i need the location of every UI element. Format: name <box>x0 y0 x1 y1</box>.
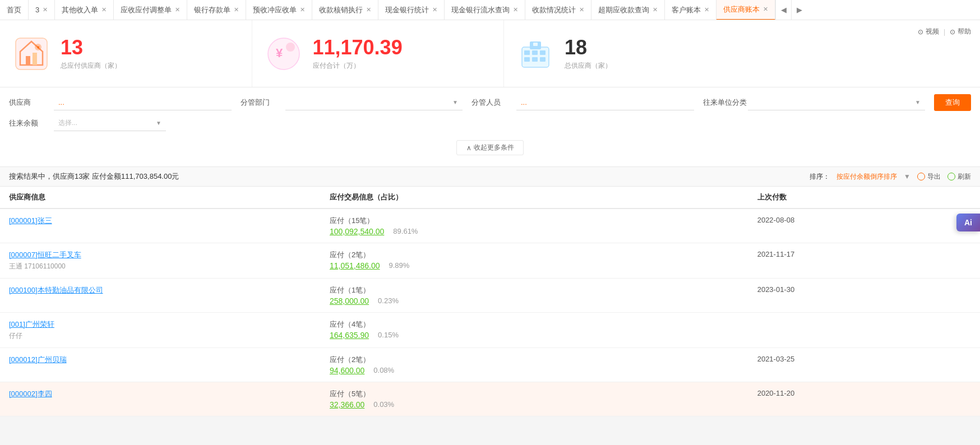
query-button[interactable]: 查询 <box>934 94 971 111</box>
supplier-info-4: [000012]广州贝瑞 <box>9 355 330 365</box>
nav-tab-adjustment-close[interactable]: ✕ <box>175 6 180 13</box>
nav-tab-3-close[interactable]: ✕ <box>43 6 48 13</box>
nav-next-arrow[interactable]: ▶ <box>791 0 807 20</box>
supplier-filter-input[interactable]: ... <box>54 95 232 110</box>
nav-tab-bank-deposit[interactable]: 银行存款单 ✕ <box>187 0 246 20</box>
collapse-button[interactable]: ∧ 收起更多条件 <box>456 140 524 155</box>
refresh-button[interactable]: 刷新 <box>947 172 971 182</box>
supplier-link-5[interactable]: [000002]李四 <box>9 389 330 399</box>
nav-tab-collection-stat-close[interactable]: ✕ <box>579 6 584 13</box>
nav-tab-other-income-close[interactable]: ✕ <box>101 6 107 13</box>
trans-amount-5[interactable]: 32,366.00 <box>330 400 364 409</box>
nav-tab-other-income[interactable]: 其他收入单 ✕ <box>55 0 114 20</box>
person-filter-input[interactable]: ... <box>516 95 694 110</box>
trans-pct-1: 9.89% <box>389 261 410 270</box>
trans-label-0: 应付（15笔） <box>330 216 757 226</box>
table-row[interactable]: [000007]恒旺二手叉车 王通 17106110000 应付（2笔） 11,… <box>0 243 980 279</box>
supplier-link-0[interactable]: [000001]张三 <box>9 216 330 226</box>
supplier-filter-dots: ... <box>58 98 64 106</box>
svg-point-8 <box>286 43 295 52</box>
nav-tab-cash-flow-close[interactable]: ✕ <box>513 6 518 13</box>
help-label[interactable]: 帮助 <box>958 27 971 36</box>
top-nav: 首页 3 ✕ 其他收入单 ✕ 应收应付调整单 ✕ 银行存款单 ✕ 预收冲应收单 … <box>0 0 980 20</box>
nav-tab-3[interactable]: 3 ✕ <box>29 0 55 20</box>
table-row[interactable]: [000100]本特勤油品有限公司 应付（1笔） 258,000.00 0.23… <box>0 279 980 313</box>
video-label[interactable]: 视频 <box>926 27 939 36</box>
last-pay-2: 2023-01-30 <box>757 285 971 294</box>
supplier-sub-3: 仔仔 <box>9 331 330 341</box>
supplier-sub-1: 王通 17106110000 <box>9 262 330 271</box>
nav-tab-overdue-close[interactable]: ✕ <box>653 6 658 13</box>
filter-row-1: 供应商 ... 分管部门 ▼ 分管人员 ... 往来单位分类 <box>9 94 971 111</box>
table-row[interactable]: [000002]李四 应付（5笔） 32,366.00 0.03% 2020-1… <box>0 382 980 416</box>
last-pay-date-1: 2021-11-17 <box>757 250 795 258</box>
filter-person: 分管人员 ... <box>471 95 694 110</box>
person-filter-label: 分管人员 <box>471 98 516 108</box>
nav-tab-cash-bank-stat-close[interactable]: ✕ <box>432 6 437 13</box>
transaction-info-3: 应付（4笔） 164,635.90 0.15% <box>330 319 757 340</box>
collapse-chevron-icon: ∧ <box>466 144 471 152</box>
dept-filter-select[interactable]: ▼ <box>285 95 463 110</box>
sort-value[interactable]: 按应付余额倒序排序 <box>836 172 897 182</box>
supplier-info-1: [000007]恒旺二手叉车 王通 17106110000 <box>9 250 330 271</box>
category-filter-select[interactable]: ▼ <box>748 95 926 110</box>
table-row[interactable]: [000012]广州贝瑞 应付（2笔） 94,600.00 0.08% 2021… <box>0 348 980 382</box>
nav-tab-prepay-label: 预收冲应收单 <box>253 5 297 15</box>
nav-tab-supplier-ledger[interactable]: 供应商账本 ✕ <box>716 0 775 20</box>
trans-amount-2[interactable]: 258,000.00 <box>330 296 369 305</box>
balance-filter-select[interactable]: 选择... ▼ <box>54 115 166 131</box>
supplier-link-4[interactable]: [000012]广州贝瑞 <box>9 355 330 365</box>
supplier-link-3[interactable]: [001]广州荣轩 <box>9 319 330 330</box>
nav-tab-bank-deposit-close[interactable]: ✕ <box>234 6 239 13</box>
table-row[interactable]: [001]广州荣轩 仔仔 应付（4笔） 164,635.90 0.15% <box>0 313 980 348</box>
nav-tab-prepay-close[interactable]: ✕ <box>300 6 305 13</box>
nav-tab-customer-ledger-close[interactable]: ✕ <box>704 6 709 13</box>
transaction-info-2: 应付（1笔） 258,000.00 0.23% <box>330 285 757 305</box>
nav-tab-collection-label: 收款核销执行 <box>319 5 363 15</box>
total-suppliers-label: 总供应商（家） <box>565 61 612 71</box>
nav-tab-supplier-ledger-close[interactable]: ✕ <box>763 6 768 13</box>
trans-amount-0[interactable]: 100,092,540.00 <box>330 227 384 236</box>
supplier-info-3: [001]广州荣轩 仔仔 <box>9 319 330 341</box>
person-filter-dots: ... <box>521 98 527 106</box>
nav-tab-home-label: 首页 <box>7 5 21 15</box>
trans-row-0: 100,092,540.00 89.61% <box>330 226 757 236</box>
sort-arrow-icon[interactable]: ▼ <box>904 173 910 180</box>
trans-pct-3: 0.15% <box>378 331 399 339</box>
export-button[interactable]: 导出 <box>917 172 941 182</box>
nav-tab-overdue[interactable]: 超期应收款查询 ✕ <box>591 0 665 20</box>
filter-category: 往来单位分类 ▼ <box>703 95 926 110</box>
transaction-info-4: 应付（2笔） 94,600.00 0.08% <box>330 355 757 375</box>
nav-tab-collection-close[interactable]: ✕ <box>366 6 371 13</box>
refresh-icon <box>947 173 955 180</box>
nav-prev-arrow[interactable]: ◀ <box>775 0 791 20</box>
table-header: 供应商信息 应付交易信息（占比） 上次付数 <box>0 187 980 209</box>
supplier-info-0: [000001]张三 <box>9 216 330 226</box>
nav-tab-home[interactable]: 首页 <box>0 0 29 20</box>
nav-tab-prepay[interactable]: 预收冲应收单 ✕ <box>246 0 312 20</box>
svg-rect-13 <box>524 57 530 62</box>
nav-tab-collection-stat[interactable]: 收款情况统计 ✕ <box>525 0 591 20</box>
nav-tab-collection[interactable]: 收款核销执行 ✕ <box>312 0 378 20</box>
nav-tab-cash-bank-stat[interactable]: 现金银行统计 ✕ <box>378 0 445 20</box>
trans-amount-3[interactable]: 164,635.90 <box>330 331 369 340</box>
nav-tab-adjustment[interactable]: 应收应付调整单 ✕ <box>114 0 187 20</box>
supplier-link-1[interactable]: [000007]恒旺二手叉车 <box>9 250 330 260</box>
svg-rect-2 <box>26 56 30 65</box>
last-pay-4: 2021-03-25 <box>757 355 971 363</box>
svg-rect-17 <box>533 43 538 46</box>
nav-tab-cash-flow[interactable]: 现金银行流水查询 ✕ <box>445 0 525 20</box>
nav-tab-customer-ledger[interactable]: 客户账本 ✕ <box>665 0 716 20</box>
result-bar-actions: 排序： 按应付余额倒序排序 ▼ 导出 刷新 <box>810 172 971 182</box>
trans-amount-4[interactable]: 94,600.00 <box>330 366 364 375</box>
trans-amount-1[interactable]: 11,051,486.00 <box>330 261 380 270</box>
ai-button[interactable]: Ai <box>956 214 980 231</box>
refresh-label: 刷新 <box>958 172 971 182</box>
filter-row-2: 往来余额 选择... ▼ <box>9 115 971 131</box>
ai-button-label: Ai <box>964 218 972 227</box>
table-row[interactable]: [000001]张三 应付（15笔） 100,092,540.00 89.61%… <box>0 209 980 243</box>
nav-tab-overdue-label: 超期应收款查询 <box>598 5 649 15</box>
col-header-transaction: 应付交易信息（占比） <box>330 192 757 202</box>
supplier-link-2[interactable]: [000100]本特勤油品有限公司 <box>9 285 330 295</box>
trans-row-4: 94,600.00 0.08% <box>330 365 757 375</box>
